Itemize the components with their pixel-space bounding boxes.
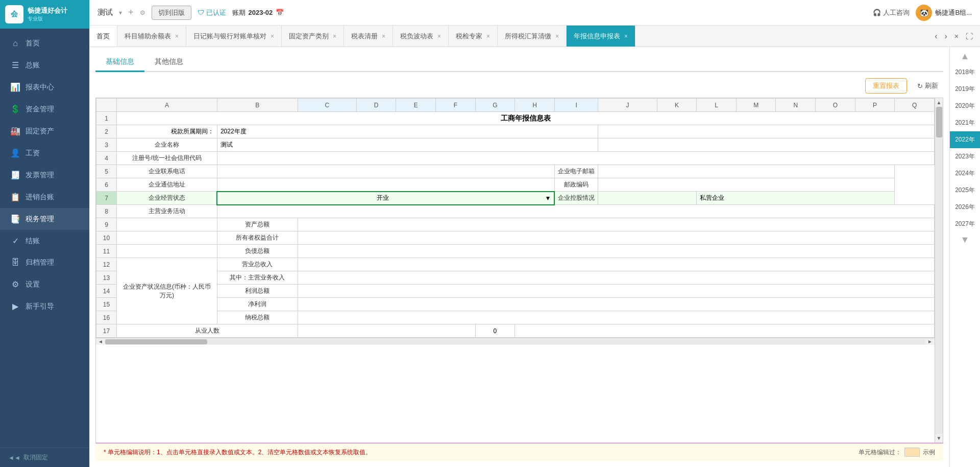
cell-G17[interactable]: 0 — [475, 324, 515, 338]
cell-J5[interactable]: 企业电子邮箱 — [554, 165, 598, 178]
tab-journal-bank[interactable]: 日记账与银行对账单核对× — [186, 26, 282, 47]
sub-tab-other[interactable]: 其他信息 — [144, 53, 193, 72]
close-tab-annual[interactable]: × — [624, 33, 628, 40]
cell-B6[interactable] — [217, 178, 554, 192]
col-N[interactable]: N — [776, 99, 816, 112]
close-tab-tax-fluct[interactable]: × — [437, 33, 441, 40]
year-2020[interactable]: 2020年 — [950, 98, 980, 114]
scroll-right-btn[interactable]: ► — [925, 339, 935, 344]
sidebar-item-reports[interactable]: 📊报表中心 — [0, 76, 89, 98]
close-tab-income-tax[interactable]: × — [555, 33, 559, 40]
cell-B4[interactable] — [217, 152, 934, 165]
col-H[interactable]: H — [515, 99, 555, 112]
cell-B5[interactable] — [217, 165, 554, 178]
scroll-up-btn[interactable]: ▲ — [935, 98, 943, 107]
spreadsheet-scroll[interactable]: A B C D E F G H I J K L — [96, 98, 935, 442]
switch-old-version-btn[interactable]: 切到旧版 — [152, 6, 191, 20]
cell-C16[interactable] — [298, 311, 934, 324]
tab-fixed-assets-type[interactable]: 固定资产类别× — [282, 26, 344, 47]
col-M[interactable]: M — [736, 99, 776, 112]
cell-A8[interactable]: 主营业务活动 — [117, 205, 217, 218]
sidebar-item-ledger[interactable]: ☰总账 — [0, 54, 89, 76]
tab-income-tax[interactable]: 所得税汇算清缴× — [498, 26, 567, 47]
sidebar-item-close[interactable]: ✓结账 — [0, 230, 89, 252]
col-O[interactable]: O — [816, 99, 855, 112]
sidebar-item-invoice[interactable]: 🧾发票管理 — [0, 164, 89, 186]
sidebar-item-trade[interactable]: 📋进销台账 — [0, 186, 89, 208]
close-tab-subject[interactable]: × — [175, 33, 179, 40]
cell-B13[interactable]: 其中：主营业务收入 — [217, 271, 298, 285]
sidebar-item-guide[interactable]: ▶新手引导 — [0, 295, 89, 317]
topbar-add-btn[interactable]: + — [128, 7, 134, 18]
sub-tab-basic[interactable]: 基础信息 — [95, 53, 144, 72]
vscroll-thumb[interactable] — [936, 107, 942, 137]
tab-subject-balance[interactable]: 科目辅助余额表× — [117, 26, 186, 47]
hscroll-thumb[interactable] — [105, 339, 207, 344]
cell-B10[interactable]: 所有者权益合计 — [217, 231, 298, 245]
cell-K7[interactable] — [598, 192, 697, 205]
cell-C15[interactable] — [298, 298, 934, 311]
cell-B15[interactable]: 净利润 — [217, 298, 298, 311]
reset-report-btn[interactable]: 重置报表 — [865, 78, 907, 94]
cell-B12[interactable]: 营业总收入 — [217, 258, 298, 271]
title-cell[interactable]: 工商年报信息表 — [117, 112, 935, 125]
col-I[interactable]: I — [554, 99, 598, 112]
cell-A5[interactable]: 企业联系电话 — [117, 165, 217, 178]
calendar-icon[interactable]: 📅 — [276, 9, 284, 16]
col-J[interactable]: J — [598, 99, 657, 112]
close-tab-journal[interactable]: × — [271, 33, 274, 40]
cell-B7-dropdown[interactable]: 开业 ▼ — [217, 192, 554, 205]
sidebar-collapse-btn[interactable]: ◄◄ 取消固定 — [0, 448, 89, 467]
year-2019[interactable]: 2019年 — [950, 81, 980, 98]
col-G[interactable]: G — [475, 99, 515, 112]
sidebar-item-archive[interactable]: 🗄归档管理 — [0, 252, 89, 273]
expand-btn[interactable]: ⛶ — [963, 31, 976, 41]
support-btn[interactable]: 🎧 人工咨询 — [873, 8, 910, 17]
cell-A3[interactable]: 企业名称 — [117, 138, 217, 152]
year-2023[interactable]: 2023年 — [950, 148, 980, 165]
cell-B3[interactable]: 测试 — [217, 138, 598, 152]
cell-C9[interactable] — [298, 218, 934, 231]
cell-A2[interactable]: 税款所属期间： — [117, 125, 217, 138]
cell-A4[interactable]: 注册号/统一社会信用代码 — [117, 152, 217, 165]
cell-B16[interactable]: 纳税总额 — [217, 311, 298, 324]
sidebar-item-settings[interactable]: ⚙设置 — [0, 273, 89, 295]
cell-C12[interactable] — [298, 258, 934, 271]
year-2022[interactable]: 2022年 — [950, 131, 980, 148]
tab-tax-fluctuation[interactable]: 税负波动表× — [393, 26, 449, 47]
cell-A7[interactable]: 企业经营状态 — [117, 192, 217, 205]
cell-C10[interactable] — [298, 231, 934, 245]
col-A[interactable]: A — [117, 99, 217, 112]
dropdown-arrow-icon[interactable]: ▼ — [545, 195, 551, 202]
col-E[interactable]: E — [396, 99, 436, 112]
cell-C14[interactable] — [298, 285, 934, 298]
cell-B11[interactable]: 负债总额 — [217, 245, 298, 258]
year-2024[interactable]: 2024年 — [950, 165, 980, 182]
tab-prev-btn[interactable]: ‹ — [932, 31, 940, 42]
user-menu-btn[interactable]: 🐼 畅捷通B组... — [916, 5, 972, 21]
cell-B14[interactable]: 利润总额 — [217, 285, 298, 298]
cell-J7[interactable]: 企业控股情况 — [554, 192, 598, 205]
col-D[interactable]: D — [356, 99, 396, 112]
tab-next-btn[interactable]: › — [941, 31, 950, 42]
cell-K5[interactable] — [598, 165, 895, 178]
cell-B9[interactable]: 资产总额 — [217, 218, 298, 231]
vscroll-track[interactable] — [935, 107, 943, 434]
refresh-btn[interactable]: ↻ 刷新 — [912, 78, 943, 94]
year-down-btn[interactable]: ▼ — [959, 232, 972, 247]
cell-A17[interactable]: 从业人数 — [117, 324, 298, 338]
col-Q[interactable]: Q — [895, 99, 935, 112]
year-up-btn[interactable]: ▲ — [959, 49, 972, 64]
year-2025[interactable]: 2025年 — [950, 182, 980, 199]
tab-tax-expert[interactable]: 税检专家× — [449, 26, 498, 47]
cell-K6[interactable] — [598, 178, 895, 192]
cell-C11[interactable] — [298, 245, 934, 258]
sidebar-item-funds[interactable]: 💲资金管理 — [0, 98, 89, 120]
topbar-gear-icon[interactable]: ⚙ — [140, 9, 145, 16]
col-F[interactable]: F — [436, 99, 476, 112]
close-all-tabs-btn[interactable]: × — [951, 31, 962, 41]
topbar-dropdown-arrow[interactable]: ▾ — [119, 9, 122, 16]
close-tab-tax-sched[interactable]: × — [382, 33, 385, 40]
cell-H17[interactable] — [515, 324, 935, 338]
cell-B2[interactable]: 2022年度 — [217, 125, 598, 138]
